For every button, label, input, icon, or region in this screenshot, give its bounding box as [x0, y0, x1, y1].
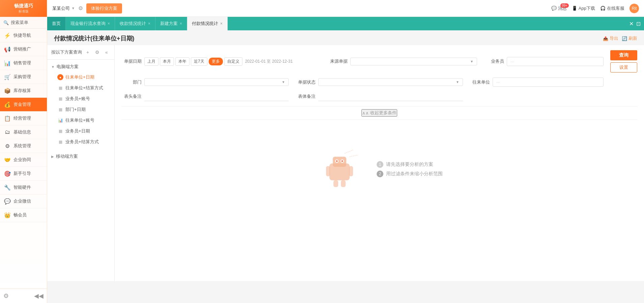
empty-tip-1: 1 请先选择要分析的方案 [377, 161, 443, 168]
trial-btn[interactable]: 体验行业方案 [86, 3, 122, 13]
scheme-item-counterpart-payment[interactable]: ▦ 往来单位+结算方式 [47, 83, 114, 93]
sidebar-item-enterprise[interactable]: 🤝 企业协同 [0, 153, 47, 167]
sidebar-item-guide[interactable]: 🎯 新手引导 [0, 167, 47, 181]
tab-payment-stats-close[interactable]: × [220, 21, 223, 26]
topbar: 某某公司 ▼ ⚙ 体验行业方案 💬 消息 99+ 📱 App下载 🎧 [47, 0, 644, 17]
tab-home-label: 首页 [52, 21, 61, 27]
sidebar-item-label: 库存核算 [13, 88, 31, 94]
sidebar-item-label: 系统管理 [13, 143, 31, 149]
scheme-collapse-btn[interactable]: « [103, 49, 110, 56]
content: 付款情况统计(往来单位+日期) 📤 导出 🔄 刷新 [47, 30, 644, 303]
scheme-item-salesperson-account[interactable]: ▦ 业务员+账号 [47, 93, 114, 104]
scheme-settings-btn[interactable]: ⚙ [93, 49, 101, 56]
filter-item-header-note: 表头备注 [121, 92, 289, 101]
scheme-header-icons: + ⚙ « [84, 49, 110, 56]
tip-num-2: 2 [377, 171, 383, 177]
body-note-input[interactable] [318, 92, 463, 101]
date-btn-more[interactable]: 更多 [209, 58, 223, 65]
settings-btn[interactable]: ⚙ [78, 5, 83, 11]
tab-receipt-stats-label: 收款情况统计 [120, 21, 146, 27]
tab-home[interactable]: 首页 [47, 17, 66, 30]
source-select[interactable]: ▼ [350, 58, 477, 65]
scheme-item-label: 业务员+日期 [65, 128, 90, 134]
svg-line-11 [350, 155, 358, 157]
sidebar-item-finance[interactable]: 💰 资金管理 [0, 98, 47, 112]
doc-status-chevron-icon: ▼ [456, 80, 459, 84]
sidebar-item-inventory[interactable]: 📦 库存核算 [0, 84, 47, 98]
scheme-group-mobile-header[interactable]: ▶ 移动端方案 [47, 151, 114, 161]
tab-payment-stats[interactable]: 付款情况统计 × [187, 17, 228, 30]
tab-close-all-icon[interactable]: ✕ [629, 21, 634, 27]
scheme-item-icon-grid3: ▦ [57, 107, 63, 113]
page-header: 付款情况统计(往来单位+日期) 📤 导出 🔄 刷新 [47, 30, 644, 45]
scheme-group-desktop-header[interactable]: ▼ 电脑端方案 [47, 62, 114, 72]
search-icon: 🔍 [3, 20, 9, 25]
date-btn-this-year[interactable]: 本年 [175, 57, 189, 66]
svg-line-10 [345, 150, 353, 153]
sidebar-logo: 畅捷通巧 [14, 3, 33, 9]
scheme-item-counterpart-account[interactable]: 📊 往来单位+账号 [47, 115, 114, 126]
counterpart-input-placeholder: ··· [496, 80, 500, 85]
date-btn-custom[interactable]: 自定义 [224, 57, 242, 66]
member-icon: 👑 [4, 212, 11, 218]
filter-item-counterpart: 往来单位 ··· [470, 78, 604, 87]
tab-payment-stats-label: 付款情况统计 [192, 21, 218, 27]
query-btn[interactable]: 查询 [610, 50, 637, 60]
scheme-item-salesperson-payment[interactable]: ▦ 业务员+结算方式 [47, 137, 114, 147]
date-btn-this-month[interactable]: 本月 [160, 57, 174, 66]
message-badge: 99+ [560, 3, 569, 8]
sidebar-item-sales[interactable]: 📊 销售管理 [0, 56, 47, 70]
online-service-btn[interactable]: 🎧 在线客服 [600, 5, 624, 11]
sidebar-item-marketing[interactable]: 📢 营销推广 [0, 42, 47, 56]
sidebar-settings-icon[interactable]: ⚙ [3, 292, 9, 300]
svg-rect-1 [333, 157, 346, 167]
tabbar-controls: ✕ ⊡ [626, 17, 644, 30]
sidebar-item-member[interactable]: 👑 畅会员 [0, 208, 47, 222]
dept-select[interactable]: ▼ [144, 78, 289, 86]
counterpart-input[interactable]: ··· [493, 78, 604, 87]
app-download-btn[interactable]: 📱 App下载 [572, 5, 595, 11]
sidebar-search[interactable]: 🔍 搜索菜单 [0, 17, 47, 29]
sidebar-item-purchase[interactable]: 🛒 采购管理 [0, 70, 47, 84]
scheme-add-btn[interactable]: + [84, 49, 91, 56]
sidebar-item-operation[interactable]: 📋 经营管理 [0, 112, 47, 125]
scheme-item-salesperson-date[interactable]: ▦ 业务员+日期 [47, 126, 114, 137]
empty-illustration [316, 147, 363, 191]
sidebar-item-label: 营销推广 [13, 46, 31, 52]
sidebar-item-wechat[interactable]: 💬 企业微信 [0, 194, 47, 208]
triangle-icon: ▼ [51, 65, 55, 69]
date-btn-7days[interactable]: 近7天 [191, 57, 207, 66]
date-btn-last-month[interactable]: 上月 [144, 57, 158, 66]
sidebar-item-label: 企业协同 [13, 157, 31, 163]
tab-cash-flow[interactable]: 现金银行流水查询 × [66, 17, 115, 30]
scheme-item-dept-date[interactable]: ▦ 部门+日期 [47, 104, 114, 115]
company-selector[interactable]: 某某公司 ▼ [52, 5, 75, 11]
tab-cash-flow-close[interactable]: × [108, 21, 110, 26]
sidebar-collapse-icon[interactable]: ◀◀ [34, 292, 43, 300]
header-note-input[interactable] [144, 92, 289, 101]
sales-icon: 📊 [4, 60, 11, 66]
tab-receipt-stats[interactable]: 收款情况统计 × [115, 17, 155, 30]
export-btn[interactable]: 📤 导出 [603, 35, 618, 41]
tab-receipt-stats-close[interactable]: × [148, 21, 150, 26]
sidebar-item-hardware[interactable]: 🔧 智能硬件 [0, 181, 47, 194]
tab-new-scheme[interactable]: 新建方案 × [155, 17, 187, 30]
dept-chevron-icon: ▼ [282, 80, 285, 84]
sidebar-item-system[interactable]: ⚙ 系统管理 [0, 139, 47, 153]
scheme-item-counterpart-date[interactable]: ● 往来单位+日期 [47, 72, 114, 83]
sidebar-item-quick-nav[interactable]: ⚡ 快捷导航 [0, 29, 47, 42]
salesperson-input[interactable]: ··· [507, 57, 604, 66]
message-btn[interactable]: 💬 消息 99+ [551, 5, 567, 11]
filter-item-doc-status: 单据状态 ▼ [295, 78, 463, 86]
user-menu[interactable]: Rit [630, 4, 639, 13]
refresh-btn[interactable]: 🔄 刷新 [622, 35, 637, 41]
doc-status-select[interactable]: ▼ [318, 78, 463, 86]
tab-maximize-icon[interactable]: ⊡ [636, 21, 641, 27]
filter-settings-btn[interactable]: 设置 [610, 62, 637, 72]
tab-new-scheme-close[interactable]: × [180, 21, 182, 26]
scheme-group-mobile: ▶ 移动端方案 [47, 149, 114, 163]
sidebar-item-basic-info[interactable]: 🗂 基础信息 [0, 125, 47, 139]
search-label: 搜索菜单 [11, 20, 28, 26]
tip-num-1: 1 [377, 161, 383, 168]
collapse-conditions-btn[interactable]: ∧∧ 收起更多条件 [361, 109, 397, 117]
